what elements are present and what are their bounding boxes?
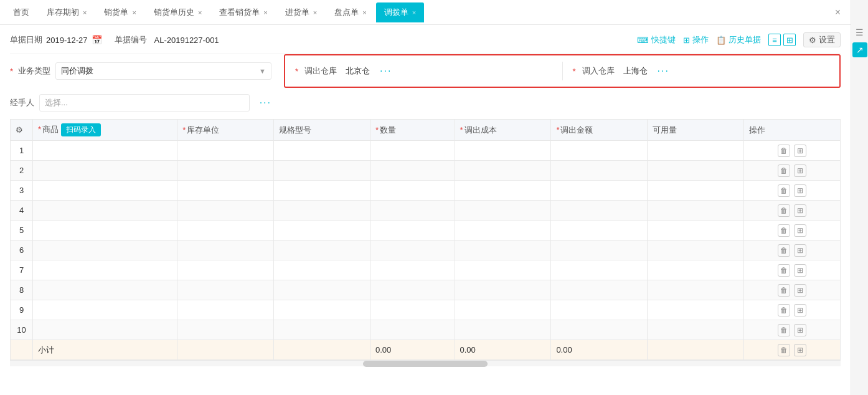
tab-close-view-sales[interactable]: × xyxy=(263,9,267,16)
cell-avail-2[interactable] xyxy=(648,161,744,181)
cell-spec-9[interactable] xyxy=(274,300,370,320)
cell-unit-6[interactable] xyxy=(177,240,274,260)
cell-avail-3[interactable] xyxy=(648,181,744,201)
cell-avail-7[interactable] xyxy=(648,260,744,280)
cell-unit-4[interactable] xyxy=(177,201,274,221)
cell-cost-7[interactable] xyxy=(455,260,551,280)
cell-unit-1[interactable] xyxy=(177,141,274,161)
cell-spec-3[interactable] xyxy=(274,181,370,201)
delete-icon-2[interactable]: 🗑 xyxy=(778,164,790,177)
cell-avail-1[interactable] xyxy=(648,141,744,161)
delete-icon-1[interactable]: 🗑 xyxy=(778,145,790,157)
cell-qty-6[interactable] xyxy=(370,240,455,260)
warehouse-in-more-btn[interactable]: ··· xyxy=(658,65,669,77)
tab-transfer[interactable]: 调拨单 × xyxy=(376,2,424,22)
tab-close-stocktake[interactable]: × xyxy=(362,9,366,16)
cell-goods-9[interactable] xyxy=(33,300,177,320)
tab-close-inventory-init[interactable]: × xyxy=(83,9,87,16)
cell-unit-2[interactable] xyxy=(177,161,274,181)
settings-col[interactable]: ⚙ xyxy=(11,120,33,141)
cell-spec-4[interactable] xyxy=(274,201,370,221)
warehouse-out-more-btn[interactable]: ··· xyxy=(380,65,392,77)
subtotal-delete-icon[interactable]: 🗑 xyxy=(778,344,790,356)
cell-goods-10[interactable] xyxy=(33,320,177,340)
scan-button[interactable]: 扫码录入 xyxy=(61,123,101,136)
cell-goods-5[interactable] xyxy=(33,221,177,240)
cell-amount-6[interactable] xyxy=(551,240,648,260)
business-type-select[interactable]: 同价调拨 ▼ xyxy=(55,62,271,80)
copy-icon-4[interactable]: ⊞ xyxy=(794,204,806,217)
sidebar-export-icon[interactable]: ↗ xyxy=(852,42,867,57)
tab-view-sales[interactable]: 查看销货单 × xyxy=(211,2,275,22)
cell-unit-5[interactable] xyxy=(177,221,274,240)
cell-avail-10[interactable] xyxy=(648,320,744,340)
cell-avail-6[interactable] xyxy=(648,240,744,260)
cell-goods-1[interactable] xyxy=(33,141,177,161)
cell-qty-5[interactable] xyxy=(370,221,455,240)
cell-avail-9[interactable] xyxy=(648,300,744,320)
delete-icon-10[interactable]: 🗑 xyxy=(778,324,790,336)
tab-sales-order[interactable]: 销货单 × xyxy=(96,2,144,22)
cell-amount-2[interactable] xyxy=(551,161,648,181)
delete-icon-8[interactable]: 🗑 xyxy=(778,284,790,297)
cell-goods-3[interactable] xyxy=(33,181,177,201)
copy-icon-10[interactable]: ⊞ xyxy=(794,324,806,336)
tab-close-purchase[interactable]: × xyxy=(313,9,317,16)
cell-goods-4[interactable] xyxy=(33,201,177,221)
cell-avail-4[interactable] xyxy=(648,201,744,221)
delete-icon-9[interactable]: 🗑 xyxy=(778,304,790,316)
cell-spec-2[interactable] xyxy=(274,161,370,181)
sidebar-list-icon[interactable]: ☰ xyxy=(852,25,867,40)
tab-home[interactable]: 首页 xyxy=(5,2,37,22)
history-btn[interactable]: 📋 历史单据 xyxy=(716,34,761,45)
tab-sales-history[interactable]: 销货单历史 × xyxy=(146,2,210,22)
cell-unit-7[interactable] xyxy=(177,260,274,280)
cell-cost-5[interactable] xyxy=(455,221,551,240)
tab-close-transfer[interactable]: × xyxy=(412,9,416,16)
calendar-icon[interactable]: 📅 xyxy=(92,35,102,45)
cell-cost-10[interactable] xyxy=(455,320,551,340)
grid-view-icon[interactable]: ⊞ xyxy=(783,34,796,46)
cell-avail-8[interactable] xyxy=(648,280,744,300)
cell-cost-2[interactable] xyxy=(455,161,551,181)
cell-cost-3[interactable] xyxy=(455,181,551,201)
scroll-thumb[interactable] xyxy=(363,361,488,367)
cell-cost-6[interactable] xyxy=(455,240,551,260)
copy-icon-7[interactable]: ⊞ xyxy=(794,264,806,277)
cell-goods-7[interactable] xyxy=(33,260,177,280)
tab-close-sales-order[interactable]: × xyxy=(132,9,136,16)
operations-btn[interactable]: ⊞ 操作 xyxy=(683,34,709,45)
cell-qty-10[interactable] xyxy=(370,320,455,340)
cell-spec-6[interactable] xyxy=(274,240,370,260)
delete-icon-6[interactable]: 🗑 xyxy=(778,244,790,257)
copy-icon-3[interactable]: ⊞ xyxy=(794,184,806,197)
tab-stocktake[interactable]: 盘点单 × xyxy=(326,2,374,22)
cell-goods-6[interactable] xyxy=(33,240,177,260)
cell-unit-9[interactable] xyxy=(177,300,274,320)
list-view-icon[interactable]: ≡ xyxy=(768,34,781,46)
copy-icon-9[interactable]: ⊞ xyxy=(794,304,806,316)
shortcut-btn[interactable]: ⌨ 快捷键 xyxy=(637,34,676,45)
cell-cost-8[interactable] xyxy=(455,280,551,300)
cell-unit-8[interactable] xyxy=(177,280,274,300)
cell-spec-7[interactable] xyxy=(274,260,370,280)
delete-icon-4[interactable]: 🗑 xyxy=(778,204,790,217)
cell-qty-3[interactable] xyxy=(370,181,455,201)
cell-spec-5[interactable] xyxy=(274,221,370,240)
cell-amount-4[interactable] xyxy=(551,201,648,221)
copy-icon-5[interactable]: ⊞ xyxy=(794,224,806,237)
cell-qty-7[interactable] xyxy=(370,260,455,280)
window-close-button[interactable]: × xyxy=(830,4,846,21)
cell-unit-3[interactable] xyxy=(177,181,274,201)
handler-more-btn[interactable]: ··· xyxy=(260,97,271,108)
cell-amount-5[interactable] xyxy=(551,221,648,240)
cell-cost-9[interactable] xyxy=(455,300,551,320)
cell-amount-9[interactable] xyxy=(551,300,648,320)
cell-spec-10[interactable] xyxy=(274,320,370,340)
cell-cost-1[interactable] xyxy=(455,141,551,161)
copy-icon-2[interactable]: ⊞ xyxy=(794,164,806,177)
cell-spec-1[interactable] xyxy=(274,141,370,161)
cell-amount-1[interactable] xyxy=(551,141,648,161)
cell-cost-4[interactable] xyxy=(455,201,551,221)
handler-select[interactable]: 选择... xyxy=(39,94,250,112)
